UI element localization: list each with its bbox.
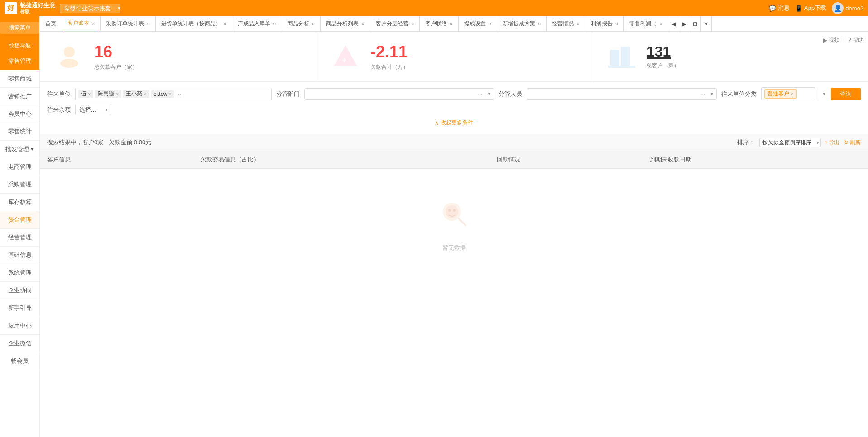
tab-label: 利润报告 [591, 20, 613, 28]
tab-goods-stats[interactable]: 进货单统计表（按商品） × [156, 16, 232, 32]
tab-close-icon[interactable]: × [312, 21, 315, 27]
stat-number-arrears: -2.11 [370, 43, 408, 62]
tab-goods-list[interactable]: 商品分析列表 × [321, 16, 370, 32]
more-tags-btn[interactable]: ··· [176, 90, 185, 98]
sidebar-item-appstore[interactable]: 应用中心 [0, 317, 39, 335]
category-filter-tags[interactable]: 普通客户 × [761, 87, 815, 100]
tab-close-icon[interactable]: × [224, 21, 226, 27]
filter-row-1: 往来单位 伍 × 陈民强 × 王小亮 [47, 87, 861, 100]
sidebar-item-guide[interactable]: 新手引导 [0, 299, 39, 317]
tab-close-icon[interactable]: × [147, 21, 149, 27]
tab-customer-ledger[interactable]: 客户账本 × [62, 16, 101, 32]
tab-label: 采购订单统计表 [106, 20, 144, 28]
tab-close-icon[interactable]: × [615, 21, 618, 27]
tab-customer-tier[interactable]: 客户分层经营 × [370, 16, 420, 32]
svg-rect-5 [621, 47, 630, 66]
tab-close-icon[interactable]: × [576, 21, 579, 27]
tab-product-inbound[interactable]: 产成品入库单 × [232, 16, 282, 32]
tab-close-icon[interactable]: × [92, 21, 95, 26]
tag-chen-remove[interactable]: × [115, 91, 118, 97]
tab-close-icon[interactable]: × [450, 21, 452, 27]
collapse-up-icon: ∧ [435, 120, 439, 126]
video-label: 视频 [829, 36, 839, 44]
unit-filter-tags[interactable]: 伍 × 陈民强 × 王小亮 × [75, 88, 272, 100]
tab-label: 新增提成方案 [503, 20, 535, 28]
quick-nav-btn[interactable]: 快捷导航 [0, 39, 39, 52]
sidebar-item-basic[interactable]: 基础信息 [0, 247, 39, 264]
tab-retail-profit[interactable]: 零售利润（ × [624, 16, 668, 32]
video-btn[interactable]: ▶ 视频 [823, 36, 839, 44]
tab-prev-btn[interactable]: ◀ [668, 16, 679, 32]
sidebar-item-inventory[interactable]: 库存核算 [0, 194, 39, 211]
tag-chen[interactable]: 陈民强 × [95, 90, 121, 98]
tab-close-icon[interactable]: × [273, 21, 276, 27]
tab-close-icon[interactable]: × [411, 21, 414, 27]
person-clear-icon[interactable]: ··· [700, 91, 705, 97]
collapse-label: 收起更多条件 [441, 119, 473, 127]
tab-label: 零售利润（ [629, 20, 657, 28]
sidebar-item-operation[interactable]: 经营管理 [0, 229, 39, 247]
tag-wu-remove[interactable]: × [88, 91, 91, 97]
tag-normal-remove[interactable]: × [791, 91, 793, 97]
sidebar-item-purchase[interactable]: 采购管理 [0, 176, 39, 194]
tab-customer-contact[interactable]: 客户联络 × [420, 16, 458, 32]
sidebar-item-member[interactable]: 会员中心 [0, 105, 39, 123]
collapse-btn[interactable]: ∧ 收起更多条件 [47, 117, 861, 128]
extra-label: 往来余额 [47, 106, 71, 114]
sidebar-item-wechat[interactable]: 企业微信 [0, 335, 39, 352]
stat-icon-customers [53, 41, 85, 72]
sidebar-item-retail-stats[interactable]: 零售统计 [0, 123, 39, 141]
message-btn[interactable]: 💬 消息 [769, 4, 790, 12]
message-icon: 💬 [769, 5, 776, 12]
sidebar-item-retail-mall[interactable]: 零售商城 [0, 70, 39, 88]
empty-text: 暂无数据 [442, 244, 466, 252]
sidebar-item-ecommerce[interactable]: 电商管理 [0, 158, 39, 176]
tag-normal-customer[interactable]: 普通客户 × [764, 89, 796, 99]
tab-commission-plan[interactable]: 新增提成方案 × [497, 16, 547, 32]
tab-close-all-btn[interactable]: ✕ [701, 16, 712, 32]
tab-close-icon[interactable]: × [538, 21, 541, 27]
tab-home[interactable]: 首页 [40, 16, 62, 32]
empty-icon [436, 196, 472, 239]
help-btn[interactable]: ? 帮助 [848, 36, 863, 44]
refresh-icon: ↻ [844, 139, 849, 146]
tag-cjttcw[interactable]: cjttcw × [151, 90, 174, 98]
sidebar-item-member2[interactable]: 畅会员 [0, 352, 39, 370]
tab-next-btn[interactable]: ▶ [679, 16, 690, 32]
dept-select[interactable] [304, 88, 494, 100]
tab-goods-analysis[interactable]: 商品分析 × [282, 16, 321, 32]
sidebar-item-wholesale[interactable]: 批发管理 ▼ [0, 141, 39, 158]
search-menu-btn[interactable]: 搜索菜单 [0, 22, 39, 34]
tab-close-icon[interactable]: × [659, 21, 662, 27]
query-btn[interactable]: 查询 [831, 88, 861, 100]
account-selector[interactable]: 母婴行业演示账套 [60, 4, 120, 13]
sidebar-item-finance[interactable]: 资金管理 [0, 211, 39, 229]
tab-close-icon[interactable]: × [489, 21, 491, 27]
tab-close-icon[interactable]: × [361, 21, 364, 27]
dept-clear-icon[interactable]: ··· [478, 91, 482, 97]
tag-wu[interactable]: 伍 × [78, 90, 93, 98]
tag-wang[interactable]: 王小亮 × [123, 90, 149, 98]
extra-select[interactable]: 选择... [75, 104, 111, 115]
tab-operation[interactable]: 经营情况 × [547, 16, 585, 32]
tab-purchase-stats[interactable]: 采购订单统计表 × [101, 16, 155, 32]
sort-select[interactable]: 按欠款金额倒序排序 [759, 138, 821, 147]
tag-wang-remove[interactable]: × [144, 91, 146, 97]
filter-area: 往来单位 伍 × 陈民强 × 王小亮 [40, 82, 868, 134]
filter-row-2: 往来余额 选择... ▼ [47, 104, 861, 115]
sidebar-item-system[interactable]: 系统管理 [0, 264, 39, 282]
sidebar-item-retail[interactable]: 零售管理 [0, 52, 39, 70]
sidebar-item-enterprise[interactable]: 企业协同 [0, 282, 39, 299]
person-select[interactable] [527, 88, 717, 100]
export-btn[interactable]: ↑ 导出 [825, 139, 839, 147]
sort-select-wrapper[interactable]: 按欠款金额倒序排序 ▼ [759, 138, 820, 147]
sidebar-item-marketing[interactable]: 营销推广 [0, 88, 39, 105]
app-download-btn[interactable]: 📱 App下载 [795, 4, 826, 12]
svg-text:+: + [342, 56, 347, 65]
tag-cjttcw-remove[interactable]: × [168, 91, 171, 97]
user-btn[interactable]: 👤 demo2 [832, 2, 863, 14]
tab-expand-btn[interactable]: ⊡ [690, 16, 701, 32]
refresh-btn[interactable]: ↻ 刷新 [844, 139, 861, 147]
tab-commission-setting[interactable]: 提成设置 × [459, 16, 497, 32]
tab-profit-report[interactable]: 利润报告 × [585, 16, 624, 32]
